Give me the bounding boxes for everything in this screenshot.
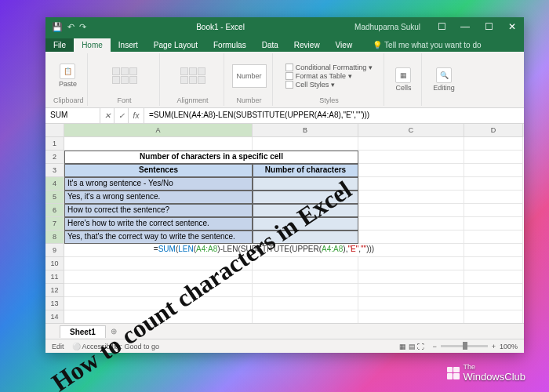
name-box[interactable]: SUM xyxy=(45,108,100,123)
cell[interactable] xyxy=(464,284,523,297)
cell-title[interactable]: Number of characters in a specific cell xyxy=(64,151,358,164)
zoom-in-icon[interactable]: + xyxy=(492,343,496,350)
col-header[interactable]: A xyxy=(64,124,253,137)
row-headers[interactable]: 1 2 3 4 5 6 7 8 9 10 11 12 13 14 xyxy=(45,137,64,323)
cell[interactable] xyxy=(464,310,523,323)
row-header[interactable]: 6 xyxy=(45,204,64,217)
cell[interactable] xyxy=(464,191,523,204)
cell[interactable] xyxy=(253,297,358,310)
cell[interactable] xyxy=(464,177,523,191)
cancel-icon[interactable]: ✕ xyxy=(100,108,115,123)
cell[interactable] xyxy=(253,310,358,323)
col-header[interactable]: C xyxy=(358,124,464,137)
row-header[interactable]: 4 xyxy=(45,177,64,191)
cell[interactable] xyxy=(253,284,358,297)
cell-header[interactable]: Sentences xyxy=(64,164,253,177)
row-header[interactable]: 10 xyxy=(45,257,64,270)
conditional-formatting-button[interactable]: Conditional Formatting ▾ xyxy=(285,64,373,71)
cell[interactable] xyxy=(358,310,464,323)
view-switcher[interactable]: ▦ ▤ ⛶ xyxy=(399,343,424,350)
row-header[interactable]: 13 xyxy=(45,297,64,310)
cell[interactable] xyxy=(358,177,464,191)
cell[interactable]: How to correct the sentence? xyxy=(64,204,253,217)
cell[interactable] xyxy=(358,137,464,151)
cell-styles-button[interactable]: Cell Styles ▾ xyxy=(285,81,373,89)
cell[interactable] xyxy=(253,270,358,284)
cell[interactable] xyxy=(64,137,253,151)
cell[interactable] xyxy=(464,217,523,230)
cell[interactable] xyxy=(358,164,464,177)
undo-icon[interactable]: ↶ xyxy=(67,22,75,32)
cell[interactable] xyxy=(358,217,464,230)
cell[interactable] xyxy=(358,270,464,284)
cell[interactable] xyxy=(358,284,464,297)
cell[interactable] xyxy=(253,257,358,270)
zoom-slider[interactable]: − + 100% xyxy=(432,343,518,350)
cells-button[interactable]: ▦Cells xyxy=(395,67,411,92)
cell-header[interactable]: Number of characters xyxy=(253,164,358,177)
formula-bar[interactable]: =SUM(LEN(A4:A8)-LEN(SUBSTITUTE(UPPER(A4:… xyxy=(144,108,524,123)
cell[interactable] xyxy=(253,137,358,151)
cell[interactable] xyxy=(464,164,523,177)
row-header[interactable]: 1 xyxy=(45,137,64,151)
cell[interactable]: Yes, that's the correct way to write the… xyxy=(64,230,253,244)
tab-review[interactable]: Review xyxy=(286,38,328,52)
row-header[interactable]: 2 xyxy=(45,151,64,164)
cell[interactable] xyxy=(464,270,523,284)
maximize-icon[interactable]: ☐ xyxy=(477,21,500,32)
cell[interactable] xyxy=(464,151,523,164)
cell[interactable] xyxy=(464,257,523,270)
row-header[interactable]: 3 xyxy=(45,164,64,177)
minimize-icon[interactable]: — xyxy=(453,21,477,32)
row-header[interactable]: 9 xyxy=(45,244,64,257)
row-header[interactable]: 7 xyxy=(45,217,64,230)
cell[interactable] xyxy=(358,297,464,310)
paste-button[interactable]: 📋 Paste xyxy=(59,64,77,88)
enter-icon[interactable]: ✓ xyxy=(115,108,129,123)
redo-icon[interactable]: ↷ xyxy=(79,22,86,32)
tab-insert[interactable]: Insert xyxy=(111,38,146,52)
select-all-corner[interactable] xyxy=(45,124,64,137)
tellme-search[interactable]: 💡 Tell me what you want to do xyxy=(365,38,489,52)
tab-page-layout[interactable]: Page Layout xyxy=(146,38,205,52)
format-as-table-button[interactable]: Format as Table ▾ xyxy=(285,72,373,80)
riboptions-icon[interactable]: ☐ xyxy=(430,21,453,32)
cell[interactable] xyxy=(464,204,523,217)
col-header[interactable]: D xyxy=(464,124,523,137)
cell[interactable] xyxy=(464,137,523,151)
row-header[interactable]: 11 xyxy=(45,270,64,284)
cell[interactable] xyxy=(358,230,464,244)
number-format-button[interactable]: Number xyxy=(232,64,267,88)
quick-access-toolbar[interactable]: 💾 ↶ ↷ xyxy=(52,22,86,32)
cell[interactable] xyxy=(358,257,464,270)
row-header[interactable]: 14 xyxy=(45,310,64,323)
cell[interactable] xyxy=(464,244,523,257)
alignment-controls[interactable] xyxy=(180,67,205,84)
tab-formulas[interactable]: Formulas xyxy=(205,38,254,52)
cell[interactable] xyxy=(358,191,464,204)
cell[interactable] xyxy=(358,151,464,164)
column-headers[interactable]: A B C D xyxy=(64,124,524,137)
close-icon[interactable]: ✕ xyxy=(500,21,524,32)
cell[interactable]: Yes, it's a wrong sentence. xyxy=(64,191,253,204)
row-header[interactable]: 5 xyxy=(45,191,64,204)
save-icon[interactable]: 💾 xyxy=(52,22,63,32)
zoom-level[interactable]: 100% xyxy=(500,343,518,350)
font-controls[interactable] xyxy=(112,67,137,84)
cell[interactable] xyxy=(464,230,523,244)
sheet-tab[interactable]: Sheet1 xyxy=(60,325,106,338)
tab-file[interactable]: File xyxy=(45,38,74,52)
col-header[interactable]: B xyxy=(253,124,358,137)
fx-icon[interactable]: fx xyxy=(129,108,144,123)
cell[interactable]: Here's how to write the correct sentence… xyxy=(64,217,253,230)
zoom-out-icon[interactable]: − xyxy=(432,343,436,350)
cell[interactable] xyxy=(464,297,523,310)
editing-button[interactable]: 🔍Editing xyxy=(433,67,455,92)
tab-view[interactable]: View xyxy=(328,38,361,52)
tab-home[interactable]: Home xyxy=(74,38,111,52)
cell[interactable] xyxy=(358,204,464,217)
row-header[interactable]: 8 xyxy=(45,230,64,244)
row-header[interactable]: 12 xyxy=(45,284,64,297)
cell[interactable]: It's a wrong sentence - Yes/No xyxy=(64,177,253,191)
tab-data[interactable]: Data xyxy=(254,38,286,52)
